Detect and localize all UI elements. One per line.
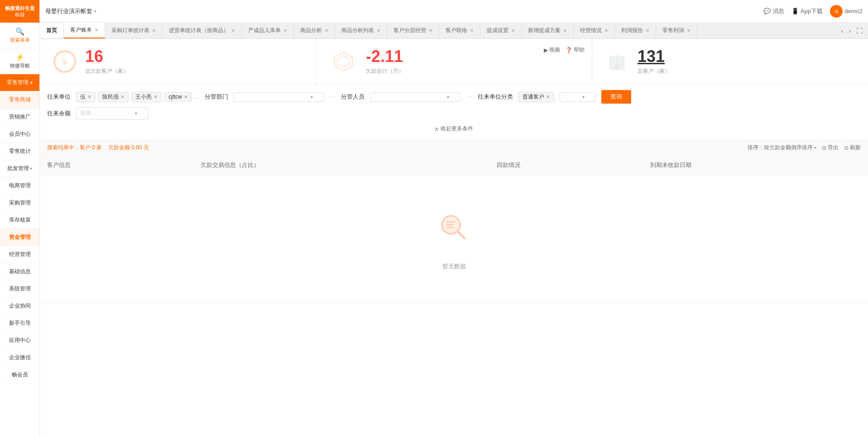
tab-close-icon[interactable]: ✕ [152, 28, 156, 33]
tab-scroll-left[interactable]: ‹ [839, 26, 845, 35]
topbar-left: 母婴行业演示帐套 ▾ [45, 7, 96, 15]
user-avatar-area[interactable]: d demo2 [830, 5, 863, 18]
tab-close-icon[interactable]: ✕ [687, 28, 691, 33]
message-btn[interactable]: 💬 消息 [763, 7, 784, 15]
sort-select[interactable]: 排序：按欠款金额倒序排序 ▾ [748, 144, 816, 152]
video-btn[interactable]: ▶ 视频 [544, 46, 560, 54]
tab-customer-layer[interactable]: 客户分层经营 ✕ [387, 23, 439, 38]
store-selector[interactable]: 母婴行业演示帐套 ▾ [45, 7, 96, 15]
app-download-label: App下载 [801, 7, 823, 15]
export-btn[interactable]: ⊙ 导出 [822, 144, 839, 152]
query-button[interactable]: 查询 [601, 90, 631, 104]
total-label: 总客户（家） [638, 67, 670, 75]
person-filter-label: 分管人员 [341, 93, 364, 101]
dept-filter-label: 分管部门 [205, 93, 228, 101]
help-btn[interactable]: ❓ 帮助 [566, 46, 585, 54]
tab-scroll-right[interactable]: › [847, 26, 853, 35]
sidebar-item-ecommerce[interactable]: 电商管理 [0, 177, 39, 195]
tab-label: 新增提成方案 [528, 27, 561, 34]
tab-customer-ledger[interactable]: 客户账本 ✕ [64, 23, 105, 38]
sidebar-item-new-guide[interactable]: 新手引导 [0, 315, 39, 332]
more-tags-btn[interactable]: ... [195, 94, 199, 100]
tab-customer-contact[interactable]: 客户联络 ✕ [439, 23, 480, 38]
tab-close-icon[interactable]: ✕ [470, 28, 474, 33]
tab-close-icon[interactable]: ✕ [377, 28, 380, 33]
unit-tag-4: cjttcw ✕ [164, 92, 192, 101]
tab-product-list[interactable]: 商品分析列表 ✕ [335, 23, 387, 38]
tab-new-commission[interactable]: 新增提成方案 ✕ [522, 23, 574, 38]
sidebar-item-app-center[interactable]: 应用中心 [0, 332, 39, 349]
tab-close-icon[interactable]: ✕ [646, 28, 649, 33]
sidebar-item-purchase[interactable]: 采购管理 [0, 195, 39, 212]
tab-close-icon[interactable]: ✕ [563, 28, 567, 33]
category-select[interactable]: ▾ [560, 92, 596, 102]
tab-commission-settings[interactable]: 提成设置 ✕ [480, 23, 522, 38]
sidebar-item-wechat[interactable]: 企业微信 [0, 349, 39, 366]
sidebar-item-search[interactable]: 🔍 搜索菜单 [0, 23, 39, 48]
export-label: 导出 [828, 144, 839, 152]
chevron-down-icon: ▾ [135, 111, 137, 116]
svg-line-2 [458, 232, 465, 238]
stat-info-debt: -2.11 欠款合计（万） [366, 48, 404, 75]
tab-label: 利润报告 [621, 27, 643, 34]
app-download-btn[interactable]: 📱 App下载 [791, 7, 823, 15]
results-info: 搜索结果中，客户 0 家 欠款金额 0.00 元 [47, 144, 149, 152]
tab-close-icon[interactable]: ✕ [231, 28, 235, 33]
dept-select[interactable]: ▾ [234, 92, 324, 102]
sidebar-item-operations[interactable]: 经营管理 [0, 246, 39, 263]
stat-actions: ▶ 视频 ❓ 帮助 [544, 46, 585, 54]
tab-operations[interactable]: 经营情况 ✕ [574, 23, 615, 38]
tab-close-icon[interactable]: ✕ [95, 28, 98, 33]
balance-select[interactable]: 选择... ▾ [76, 107, 149, 119]
logo-line1: 畅捷通好生意 [5, 5, 35, 11]
sidebar-item-quick-nav[interactable]: ⚡ 快捷导航 [0, 48, 39, 74]
customer-label: 总欠款客户（家） [85, 67, 129, 75]
sidebar-item-marketing[interactable]: 营销推广 [0, 109, 39, 126]
tab-inbound-stats[interactable]: 进货单统计表（按商品） ✕ [163, 23, 242, 38]
help-label: 帮助 [574, 46, 585, 54]
sidebar-item-basic-info[interactable]: 基础信息 [0, 263, 39, 280]
sidebar-item-wholesale[interactable]: 批发管理 ▾ [0, 160, 39, 177]
tab-close-icon[interactable]: ✕ [429, 28, 432, 33]
collapse-btn[interactable]: ∧ 收起更多条件 [47, 123, 861, 134]
tab-close-icon[interactable]: ✕ [325, 28, 328, 33]
tab-home-label: 首页 [46, 27, 57, 34]
tab-label: 经营情况 [580, 27, 602, 34]
tab-home[interactable]: 首页 [40, 23, 64, 38]
sidebar-item-member[interactable]: 会员中心 [0, 126, 39, 143]
stats-row: ¥ 16 总欠款客户（家） -2.11 欠款合计（万） [40, 39, 868, 85]
refresh-btn[interactable]: ⊙ 刷新 [844, 144, 861, 152]
tab-retail-profit[interactable]: 零售利润 ✕ [656, 23, 697, 38]
sidebar-item-enterprise[interactable]: 企业协同 [0, 298, 39, 315]
unit-tag-2: 陈民强 ✕ [98, 92, 129, 102]
sidebar-item-retail-mall[interactable]: 零售商城 [0, 91, 39, 109]
tag-close-icon[interactable]: ✕ [153, 94, 158, 100]
tab-production[interactable]: 产成品入库单 ✕ [242, 23, 294, 38]
tab-profit-report[interactable]: 利润报告 ✕ [615, 23, 656, 38]
sidebar-item-member2[interactable]: 畅会员 [0, 366, 39, 384]
tag-close-icon[interactable]: ✕ [184, 94, 188, 100]
tab-label: 客户联络 [446, 27, 467, 34]
tab-close-icon[interactable]: ✕ [511, 28, 515, 33]
debt-icon [330, 48, 357, 75]
sidebar-item-retail-stats[interactable]: 零售统计 [0, 143, 39, 160]
filter-row-2: 往来余额 选择... ▾ [47, 107, 861, 119]
tag-close-icon[interactable]: ✕ [120, 94, 125, 100]
customer-count: 16 [85, 48, 129, 65]
sidebar-item-system[interactable]: 系统管理 [0, 280, 39, 298]
sidebar-item-inventory[interactable]: 库存核算 [0, 212, 39, 229]
tab-product-analysis[interactable]: 商品分析 ✕ [294, 23, 335, 38]
person-select[interactable]: ▾ [370, 92, 460, 102]
tag-close-icon[interactable]: ✕ [87, 94, 91, 100]
sidebar-item-retail[interactable]: 零售管理 ▾ [0, 74, 39, 91]
chevron-down-icon: ▾ [814, 145, 816, 150]
tab-purchase-order[interactable]: 采购订单统计表 ✕ [105, 23, 163, 38]
svg-rect-3 [446, 221, 456, 223]
topbar-right: 💬 消息 📱 App下载 d demo2 [763, 5, 863, 18]
sidebar-item-finance[interactable]: 资金管理 [0, 229, 39, 246]
tag-close-icon[interactable]: ✕ [546, 94, 550, 100]
topbar: 母婴行业演示帐套 ▾ 💬 消息 📱 App下载 d demo2 [40, 0, 868, 23]
tab-close-icon[interactable]: ✕ [604, 28, 608, 33]
tab-close-icon[interactable]: ✕ [283, 28, 287, 33]
tab-maximize[interactable]: ⛶ [854, 26, 864, 35]
